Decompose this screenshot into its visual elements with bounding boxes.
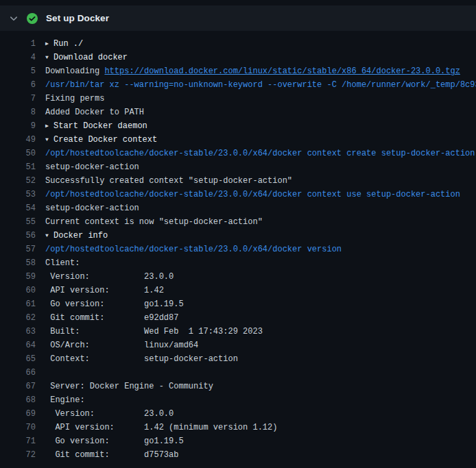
line-number[interactable]: 5 [0, 64, 36, 78]
triangle-down-icon[interactable]: ▼ [45, 51, 53, 64]
line-number[interactable]: 57 [0, 243, 36, 256]
triangle-down-icon[interactable]: ▼ [45, 133, 53, 147]
log-row: 57/opt/hostedtoolcache/docker-stable/23.… [0, 243, 476, 256]
line-number[interactable]: 67 [0, 380, 36, 393]
log-row: 71 Go version: go1.19.5 [0, 434, 476, 448]
log-row: 64 OS/Arch: linux/amd64 [0, 338, 476, 352]
log-text: Go version: go1.19.5 [36, 434, 184, 448]
log-text: OS/Arch: linux/amd64 [36, 338, 198, 352]
line-number[interactable]: 72 [0, 448, 36, 462]
chevron-down-icon[interactable] [8, 14, 19, 23]
log-lines: 1▶Run ./4▼Download docker5Downloading ht… [0, 31, 476, 468]
log-text: Version: 23.0.0 [36, 407, 174, 421]
log-row: 9▶Start Docker daemon [0, 119, 476, 133]
line-number[interactable]: 55 [0, 215, 36, 229]
log-text-prefix: Downloading [45, 66, 104, 76]
line-number[interactable]: 59 [0, 270, 36, 284]
log-link[interactable]: https://download.docker.com/linux/static… [104, 66, 460, 76]
log-row: 8Added Docker to PATH [0, 106, 476, 119]
log-text: Built: Wed Feb 1 17:43:29 2023 [36, 325, 263, 338]
log-row: 49▼Create Docker context [0, 133, 476, 147]
line-number[interactable]: 54 [0, 201, 36, 215]
log-text: Engine: [36, 393, 85, 407]
log-text: API version: 1.42 [36, 284, 164, 297]
log-text: Client: [36, 256, 80, 270]
line-number[interactable]: 63 [0, 325, 36, 338]
line-number[interactable]: 50 [0, 147, 36, 160]
log-text: Fixing perms [36, 92, 104, 106]
group-label: Download docker [53, 53, 128, 62]
log-text: Git commit: d7573ab [36, 448, 178, 462]
check-circle-icon [27, 13, 38, 24]
group-label: Run ./ [53, 39, 83, 49]
log-row: 70 API version: 1.42 (minimum version 1.… [0, 421, 476, 434]
log-text: Successfully created context "setup-dock… [36, 174, 292, 188]
log-text: setup-docker-action [36, 160, 139, 174]
log-group-header[interactable]: ▼Create Docker context [36, 133, 157, 147]
line-number[interactable]: 51 [0, 160, 36, 174]
log-group-header[interactable]: ▶Run ./ [36, 37, 83, 51]
log-text: /opt/hostedtoolcache/docker-stable/23.0.… [36, 243, 342, 256]
log-text: API version: 1.42 (minimum version 1.12) [36, 421, 277, 434]
line-number[interactable]: 7 [0, 92, 36, 106]
log-row: 69 Version: 23.0.0 [0, 407, 476, 421]
triangle-right-icon[interactable]: ▶ [45, 37, 53, 51]
log-group-header[interactable]: ▼Docker info [36, 229, 108, 243]
log-row: 54setup-docker-action [0, 201, 476, 215]
log-text: Go version: go1.19.5 [36, 297, 184, 311]
line-number[interactable]: 62 [0, 311, 36, 325]
log-row: 52Successfully created context "setup-do… [0, 174, 476, 188]
line-number[interactable]: 4 [0, 51, 36, 64]
line-number[interactable]: 52 [0, 174, 36, 188]
triangle-down-icon[interactable]: ▼ [45, 229, 53, 243]
group-label: Docker info [53, 231, 108, 241]
log-row: 67 Server: Docker Engine - Community [0, 380, 476, 393]
line-number[interactable]: 58 [0, 256, 36, 270]
line-number[interactable]: 8 [0, 106, 36, 119]
step-header[interactable]: Set up Docker [0, 5, 476, 31]
log-row: 63 Built: Wed Feb 1 17:43:29 2023 [0, 325, 476, 338]
log-row: 1▶Run ./ [0, 37, 476, 51]
line-number[interactable]: 56 [0, 229, 36, 243]
log-text: Context: setup-docker-action [36, 352, 238, 366]
line-number[interactable]: 1 [0, 37, 36, 51]
log-text: Server: Docker Engine - Community [36, 380, 213, 393]
log-row: 62 Git commit: e92dd87 [0, 311, 476, 325]
log-text: Added Docker to PATH [36, 106, 144, 119]
line-number[interactable]: 64 [0, 338, 36, 352]
log-text: Downloading https://download.docker.com/… [36, 64, 460, 78]
group-label: Create Docker context [53, 135, 157, 145]
line-number[interactable]: 68 [0, 393, 36, 407]
line-number[interactable]: 61 [0, 297, 36, 311]
log-row: 53/opt/hostedtoolcache/docker-stable/23.… [0, 188, 476, 201]
log-row: 6/usr/bin/tar xz --warning=no-unknown-ke… [0, 78, 476, 92]
log-group-header[interactable]: ▼Download docker [36, 51, 128, 64]
log-row: 51setup-docker-action [0, 160, 476, 174]
line-number[interactable]: 53 [0, 188, 36, 201]
log-row: 60 API version: 1.42 [0, 284, 476, 297]
log-row: 65 Context: setup-docker-action [0, 352, 476, 366]
line-number[interactable]: 60 [0, 284, 36, 297]
group-label: Start Docker daemon [53, 121, 147, 131]
log-row: 50/opt/hostedtoolcache/docker-stable/23.… [0, 147, 476, 160]
log-row: 66 [0, 366, 476, 380]
log-text: setup-docker-action [36, 201, 139, 215]
log-row: 72 Git commit: d7573ab [0, 448, 476, 462]
log-text: /usr/bin/tar xz --warning=no-unknown-key… [36, 78, 476, 92]
line-number[interactable]: 66 [0, 366, 36, 380]
line-number[interactable]: 65 [0, 352, 36, 366]
log-row: 55Current context is now "setup-docker-a… [0, 215, 476, 229]
log-text: Current context is now "setup-docker-act… [36, 215, 263, 229]
line-number[interactable]: 9 [0, 119, 36, 133]
log-text: /opt/hostedtoolcache/docker-stable/23.0.… [36, 188, 460, 201]
line-number[interactable]: 69 [0, 407, 36, 421]
log-group-header[interactable]: ▶Start Docker daemon [36, 119, 147, 133]
line-number[interactable]: 71 [0, 434, 36, 448]
log-row: 68 Engine: [0, 393, 476, 407]
log-row: 56▼Docker info [0, 229, 476, 243]
line-number[interactable]: 6 [0, 78, 36, 92]
line-number[interactable]: 70 [0, 421, 36, 434]
log-row: 59 Version: 23.0.0 [0, 270, 476, 284]
triangle-right-icon[interactable]: ▶ [45, 119, 53, 133]
line-number[interactable]: 49 [0, 133, 36, 147]
